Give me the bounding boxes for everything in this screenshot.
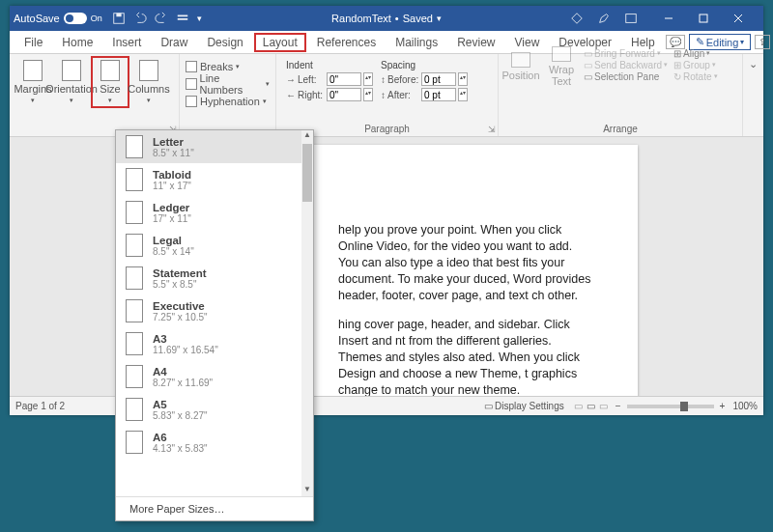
group-button: ⊞Group▾ xyxy=(673,60,717,70)
titlebar: AutoSave On ▾ RandomText • Saved ▾ xyxy=(10,6,763,31)
tab-layout[interactable]: Layout xyxy=(254,33,306,52)
tab-mailings[interactable]: Mailings xyxy=(386,33,446,52)
scroll-up-icon[interactable]: ▲ xyxy=(301,130,313,142)
spacing-before-spinner[interactable]: ↕Before:▴▾ xyxy=(381,72,468,86)
svg-rect-1 xyxy=(116,14,121,17)
page-icon xyxy=(126,398,143,421)
redo-icon[interactable] xyxy=(155,12,168,25)
minimize-button[interactable] xyxy=(651,6,686,31)
indent-header: Indent xyxy=(286,60,373,70)
zoom-value[interactable]: 100% xyxy=(732,401,758,411)
view-web-icon[interactable]: ▭ xyxy=(599,401,608,411)
view-read-icon[interactable]: ▭ xyxy=(574,401,583,411)
page-icon xyxy=(126,234,143,257)
pencil-icon: ✎ xyxy=(696,36,704,48)
page-icon xyxy=(126,201,143,224)
page-icon xyxy=(126,266,143,290)
tab-design[interactable]: Design xyxy=(198,33,251,52)
autosave-toggle[interactable] xyxy=(64,13,87,24)
wrap-text-button: Wrap Text xyxy=(545,42,578,87)
selection-pane-button[interactable]: ▭Selection Pane xyxy=(584,71,668,82)
bring-forward-button: ▭Bring Forward▾ xyxy=(584,48,668,59)
tab-file[interactable]: File xyxy=(15,33,51,52)
diamond-icon[interactable] xyxy=(570,12,584,25)
undo-icon[interactable] xyxy=(133,12,147,25)
size-option-a6[interactable]: A64.13" x 5.83" xyxy=(116,426,313,459)
position-button: Position xyxy=(502,48,539,81)
send-backward-button: ▭Send Backward▾ xyxy=(584,60,668,70)
size-option-legal[interactable]: Legal8.5" x 14" xyxy=(116,229,313,262)
page-icon xyxy=(126,168,143,191)
page-icon xyxy=(126,299,143,322)
tab-draw[interactable]: Draw xyxy=(152,33,196,52)
doc-chevron-icon[interactable]: ▾ xyxy=(437,14,442,23)
size-option-executive[interactable]: Executive7.25" x 10.5" xyxy=(116,294,313,327)
qat-dropdown-icon[interactable] xyxy=(176,12,189,25)
size-option-ledger[interactable]: Ledger17" x 11" xyxy=(116,196,313,229)
size-button[interactable]: Size▾ xyxy=(91,56,129,108)
zoom-in-button[interactable]: + xyxy=(720,401,726,411)
tab-insert[interactable]: Insert xyxy=(103,33,150,52)
autosave-label: AutoSave xyxy=(14,13,60,24)
ribbon: Margins▾ Orientation▾ Size▾ Columns▾ ⇲ B… xyxy=(10,54,763,137)
size-option-a5[interactable]: A55.83" x 8.27" xyxy=(116,393,313,426)
arrange-group-label: Arrange xyxy=(499,124,742,134)
display-settings-button[interactable]: ▭Display Settings xyxy=(484,401,564,411)
line-numbers-button[interactable]: Line Numbers ▾ xyxy=(184,75,272,93)
scroll-down-icon[interactable]: ▼ xyxy=(301,485,313,496)
scroll-thumb[interactable] xyxy=(302,144,312,202)
collapse-ribbon-button[interactable]: ⌄ xyxy=(743,54,763,136)
tab-references[interactable]: References xyxy=(308,33,385,52)
paragraph-launcher[interactable]: ⇲ xyxy=(488,125,496,134)
svg-rect-3 xyxy=(177,18,187,20)
scrollbar[interactable]: ▲ ▼ xyxy=(301,130,313,496)
size-option-letter[interactable]: Letter8.5" x 11" xyxy=(116,130,313,163)
save-state: Saved xyxy=(403,13,433,24)
autosave-state: On xyxy=(91,14,102,23)
maximize-button[interactable] xyxy=(686,6,721,31)
close-button[interactable] xyxy=(721,6,756,31)
document-name: RandomText xyxy=(331,13,391,24)
chevron-down-icon: ▾ xyxy=(740,38,744,46)
indent-left-spinner[interactable]: →Left:▴▾ xyxy=(286,72,373,86)
size-option-a4[interactable]: A48.27" x 11.69" xyxy=(116,360,313,393)
zoom-slider[interactable] xyxy=(627,405,714,408)
align-button[interactable]: ⊞Align▾ xyxy=(673,48,717,59)
rotate-button: ↻Rotate▾ xyxy=(673,71,717,82)
save-icon[interactable] xyxy=(112,12,126,25)
more-paper-sizes[interactable]: More Paper Sizes… xyxy=(116,496,313,520)
zoom-out-button[interactable]: − xyxy=(616,401,621,411)
window-icon[interactable] xyxy=(624,12,638,25)
page-icon xyxy=(126,365,143,388)
page-icon xyxy=(126,431,143,454)
margins-button[interactable]: Margins▾ xyxy=(14,56,52,108)
size-dropdown: Letter8.5" x 11"Tabloid11" x 17"Ledger17… xyxy=(115,129,314,521)
indent-right-spinner[interactable]: ←Right:▴▾ xyxy=(286,88,373,101)
tab-review[interactable]: Review xyxy=(448,33,503,52)
hyphenation-button[interactable]: Hyphenation ▾ xyxy=(184,93,272,110)
body-paragraph: help you prove your point. When you clic… xyxy=(338,222,595,303)
columns-button[interactable]: Columns▾ xyxy=(129,56,168,108)
share-icon[interactable]: ⇪ xyxy=(755,35,770,49)
page-icon xyxy=(126,135,143,158)
spacing-after-spinner[interactable]: ↕After:▴▾ xyxy=(381,88,468,101)
view-print-icon[interactable]: ▭ xyxy=(587,401,595,411)
body-paragraph: hing cover page, header, and sidebar. Cl… xyxy=(338,317,595,396)
size-option-statement[interactable]: Statement5.5" x 8.5" xyxy=(116,262,313,294)
size-option-a3[interactable]: A311.69" x 16.54" xyxy=(116,327,313,360)
spacing-header: Spacing xyxy=(381,60,468,70)
qat-chevron-icon[interactable]: ▾ xyxy=(197,14,202,23)
tab-home[interactable]: Home xyxy=(53,33,101,52)
page-indicator[interactable]: Page 1 of 2 xyxy=(15,401,65,411)
size-option-tabloid[interactable]: Tabloid11" x 17" xyxy=(116,163,313,196)
svg-rect-2 xyxy=(177,15,187,17)
svg-rect-6 xyxy=(700,14,707,22)
svg-rect-4 xyxy=(626,14,637,23)
size-list: Letter8.5" x 11"Tabloid11" x 17"Ledger17… xyxy=(116,130,313,496)
pen-icon[interactable] xyxy=(597,12,611,25)
page-icon xyxy=(126,332,143,355)
orientation-button[interactable]: Orientation▾ xyxy=(52,56,91,108)
